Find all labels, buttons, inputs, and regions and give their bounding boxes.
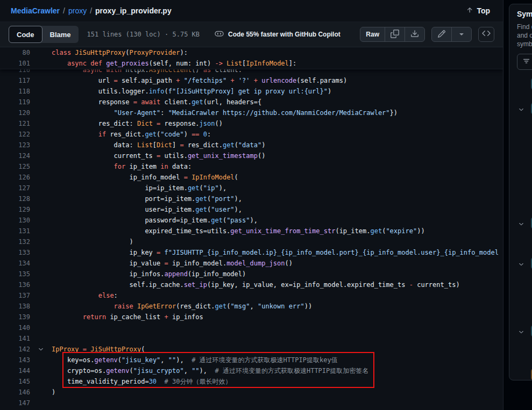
line-number[interactable]: 119 [0,97,30,107]
code-line-content: key=os.getenv("jisu_key", ""), # 通过环境变量的… [52,355,503,365]
fold-gutter [30,279,52,290]
symbols-list-item[interactable] [509,217,532,229]
fold-toggle-icon[interactable] [30,344,52,355]
fold-gutter [30,355,52,365]
fold-gutter [30,86,52,97]
code-line-125: 125 for ip_item in data: [0,161,503,172]
symbols-list-item[interactable] [509,78,532,90]
code-line-content: password=ip_item.get("pass"), [52,215,503,226]
code-line-content: ip_key = f"JISUHTTP_{ip_info_model.ip}_{… [52,247,503,258]
fold-gutter [30,161,52,172]
line-number[interactable]: 147 [0,398,30,408]
symbols-list-item[interactable] [509,257,532,269]
code-line-142: 142IpProxy = JiSuHttpProxy( [0,344,503,355]
code-line-141: 141 [0,333,503,344]
code-line-143: 143 key=os.getenv("jisu_key", ""), # 通过环… [0,355,503,365]
symbols-list-item[interactable] [509,369,532,380]
line-number[interactable]: 101 [0,58,30,69]
edit-dropdown-button[interactable] [451,27,471,41]
fold-gutter [30,258,52,269]
line-number[interactable]: 128 [0,193,30,204]
code-line-content: ) [52,236,503,247]
line-number[interactable]: 140 [0,322,30,333]
code-line-content: current_ts = utils.get_unix_timestamp() [52,150,503,161]
code-line-128: 128 port=ip_item.get("port"), [0,193,503,204]
line-number[interactable]: 127 [0,183,30,193]
line-number[interactable]: 130 [0,215,30,226]
code-line-content: time_validity_period=30 # 30分钟（最长时效） [52,376,503,387]
code-line-137: 137 else: [0,290,503,301]
line-number[interactable]: 138 [0,301,30,312]
code-line-content: ip_infos.append(ip_info_model) [52,269,503,279]
line-number[interactable]: 143 [0,355,30,365]
code-line-content: "User-Agent": "MediaCrawler https://gith… [52,107,503,118]
chevron-down-icon[interactable] [518,105,524,115]
code-line-content: if res_dict.get("code") == 0: [52,129,503,140]
line-number[interactable]: 122 [0,129,30,140]
breadcrumb-folder-link[interactable]: proxy [68,6,87,15]
line-number[interactable]: 145 [0,376,30,387]
line-number[interactable]: 80 [0,47,30,58]
symbols-toggle-button[interactable] [478,27,494,42]
breadcrumb-separator: / [63,6,65,15]
line-number[interactable]: 121 [0,118,30,129]
fold-gutter [30,193,52,204]
raw-button[interactable]: Raw [360,27,385,41]
fold-gutter [30,215,52,226]
breadcrumb-repo-link[interactable]: MediaCrawler [11,6,60,15]
line-number[interactable]: 129 [0,204,30,215]
breadcrumb: MediaCrawler / proxy / proxy_ip_provider… [11,6,172,15]
symbols-filter-input[interactable] [517,54,532,70]
chevron-down-icon[interactable] [518,260,524,270]
code-line-101: 101 async def get_proxies(self, num: int… [0,58,503,69]
chevron-down-icon[interactable] [518,328,524,337]
tab-blame[interactable]: Blame [42,26,79,43]
code-line-140: 140 [0,322,503,333]
line-number[interactable]: 144 [0,365,30,376]
code-line-127: 127 ip=ip_item.get("ip"), [0,183,503,193]
line-number[interactable]: 139 [0,312,30,322]
copy-icon [391,30,399,40]
line-number[interactable]: 123 [0,140,30,150]
line-number[interactable]: 117 [0,75,30,86]
sticky-context-lines: 80class JiSuHttpProxy(ProxyProvider):101… [0,47,503,69]
fold-gutter [30,236,52,247]
line-number[interactable]: 120 [0,107,30,118]
code-pane: 80class JiSuHttpProxy(ProxyProvider):101… [0,47,503,410]
symbols-list-item[interactable] [509,103,532,114]
line-number[interactable]: 134 [0,258,30,269]
line-number[interactable]: 126 [0,172,30,183]
code-line-content: self.ip_cache.set_ip(ip_key, ip_value, e… [52,279,503,290]
line-number[interactable]: 146 [0,387,30,398]
download-button[interactable] [405,27,424,41]
filter-icon [522,57,530,67]
line-number[interactable]: 131 [0,226,30,236]
line-number[interactable]: 125 [0,161,30,172]
line-number[interactable]: 142 [0,344,30,355]
code-line-content: class JiSuHttpProxy(ProxyProvider): [52,47,503,58]
line-number[interactable]: 118 [0,86,30,97]
code-line-132: 132 ) [0,236,503,247]
chevron-down-icon[interactable] [518,220,524,229]
code-line-144: 144 crypto=os.getenv("jisu_crypto", ""),… [0,365,503,376]
back-to-top-link[interactable]: Top [466,6,490,16]
line-number[interactable]: 133 [0,247,30,258]
line-number[interactable]: 141 [0,333,30,344]
fold-gutter [30,183,52,193]
line-number[interactable]: 136 [0,279,30,290]
code-line-130: 130 password=ip_item.get("pass"), [0,215,503,226]
code-body: 116 async with httpx.AsyncClient() as cl… [0,64,503,408]
line-number[interactable]: 135 [0,269,30,279]
line-number[interactable]: 124 [0,150,30,161]
breadcrumb-file-name: proxy_ip_provider.py [95,6,172,15]
tab-code[interactable]: Code [9,26,42,43]
line-number[interactable]: 132 [0,236,30,247]
symbols-list-item[interactable] [509,325,532,337]
fold-gutter [30,365,52,376]
line-number[interactable]: 137 [0,290,30,301]
copilot-banner[interactable]: Code 55% faster with GitHub Copilot [215,30,341,40]
fold-gutter [30,290,52,301]
copy-button[interactable] [385,27,405,41]
edit-button[interactable] [432,27,451,41]
fold-gutter [30,107,52,118]
